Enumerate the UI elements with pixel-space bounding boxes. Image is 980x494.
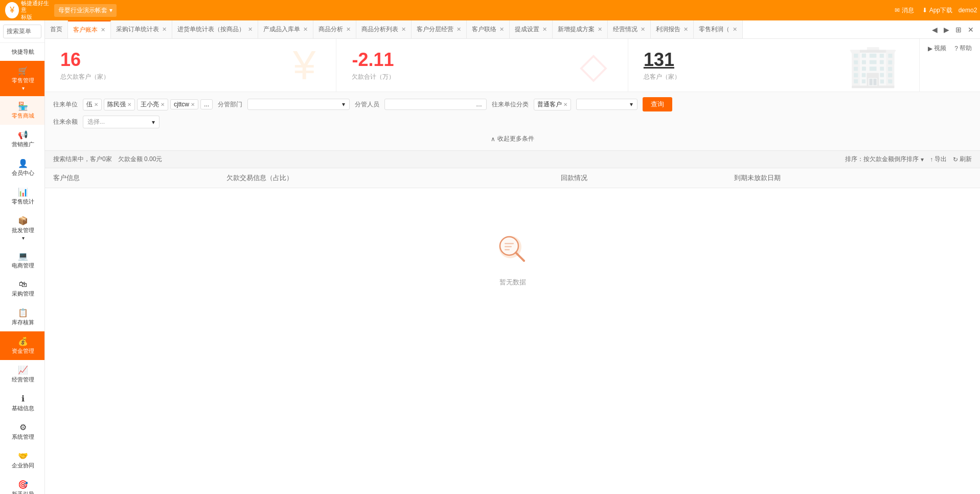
credit-customers-value: 16 (60, 49, 81, 71)
sidebar-item-base-info[interactable]: ℹ 基础信息 (0, 389, 44, 417)
tab-promotion-settings[interactable]: 提成设置 ✕ (510, 20, 553, 39)
tab-scroll-left-btn[interactable]: ◀ (930, 25, 940, 35)
chevron-down-sort: ▾ (921, 156, 924, 163)
person-filter-select[interactable]: … (384, 99, 487, 110)
results-amount: 欠款金额 0.00元 (118, 155, 163, 164)
sidebar-item-ecommerce[interactable]: 💻 电商管理 (0, 246, 44, 275)
sidebar-item-enterprise-coop[interactable]: 🤝 企业协同 (0, 446, 44, 475)
tab-close-cost[interactable]: ✕ (303, 26, 308, 33)
sidebar-item-ops[interactable]: 📈 经营管理 (0, 360, 44, 389)
app-container: ¥ 畅捷通好生意 标版 母婴行业演示帐套 ▾ ✉ 消息 ⬇ App下载 demo… (0, 0, 980, 494)
tab-new-promotion[interactable]: 新增提成方案 ✕ (553, 20, 608, 39)
dept-filter-select[interactable]: ▾ (247, 99, 350, 110)
tab-home[interactable]: 首页 (45, 20, 68, 39)
filter-tag-wang: 王小亮 ✕ (137, 99, 168, 110)
tab-close-product[interactable]: ✕ (346, 26, 351, 33)
tab-customer-contact[interactable]: 客户联络 ✕ (467, 20, 510, 39)
tag-wang-close[interactable]: ✕ (161, 102, 165, 107)
sidebar: 搜索菜单 快捷导航 🛒 零售管理 ▾ 🏪 零售商城 📢 营销推广 👤 会员中心 (0, 20, 45, 494)
collapse-row: ∧ 收起更多条件 (53, 132, 972, 145)
tab-profit-report[interactable]: 利润报告 ✕ (651, 20, 694, 39)
tab-retail-profit[interactable]: 零售利润（ ✕ (694, 20, 743, 39)
tab-close-retail[interactable]: ✕ (733, 26, 737, 33)
sidebar-item-purchase[interactable]: 🛍 采购管理 (0, 275, 44, 303)
chevron-down-icon: ▾ (109, 7, 112, 14)
tab-customer-account[interactable]: 客户账本 ✕ (68, 20, 111, 39)
tab-close-all-btn[interactable]: ✕ (966, 25, 976, 35)
unit-category-select[interactable]: ▾ (576, 99, 637, 110)
query-btn[interactable]: 查询 (643, 97, 672, 111)
tab-ops[interactable]: 经营情况 ✕ (608, 20, 651, 39)
help-btn[interactable]: ? 帮助 (954, 44, 972, 53)
sidebar-item-marketing[interactable]: 📢 营销推广 (0, 125, 44, 153)
content-area: 首页 客户账本 ✕ 采购订单统计表 ✕ 进货单统计表（按商品） ✕ 产成品入库单… (45, 20, 980, 494)
tab-close-ops[interactable]: ✕ (641, 26, 645, 33)
message-icon: ✉ (895, 7, 900, 14)
filter-area: 往来单位 伍 ✕ 陈民强 ✕ 王小亮 (45, 92, 980, 151)
refresh-icon: ↻ (953, 156, 958, 163)
tab-close-contact[interactable]: ✕ (499, 26, 504, 33)
tab-expand-btn[interactable]: ⊞ (953, 25, 964, 35)
download-icon: ⬇ (922, 7, 927, 14)
base-info-icon: ℹ (21, 394, 25, 403)
tab-purchase-order-stat[interactable]: 采购订单统计表 ✕ (111, 20, 172, 39)
sidebar-item-retail-manage[interactable]: 🛒 零售管理 ▾ (0, 61, 44, 96)
tab-close-customer-account[interactable]: ✕ (101, 27, 105, 33)
tab-customer-segment[interactable]: 客户分层经营 ✕ (412, 20, 467, 39)
sidebar-item-retail-stats[interactable]: 📊 零售统计 (0, 182, 44, 211)
unit-filter-label: 往来单位 (53, 100, 78, 109)
user-avatar-btn[interactable]: demo2 (961, 3, 975, 17)
inventory-icon: 📋 (18, 308, 28, 318)
credit-customers-label: 总欠款客户（家） (60, 73, 109, 81)
sidebar-search-btn[interactable]: 搜索菜单 (3, 25, 41, 38)
sidebar-item-finance[interactable]: 💰 资金管理 (0, 331, 44, 360)
sidebar-item-sys-manage[interactable]: ⚙ 系统管理 (0, 417, 44, 446)
table-header-repayment: 回款情况 (553, 168, 726, 188)
filter-tag-more[interactable]: ... (200, 99, 213, 109)
tag-normal-close[interactable]: ✕ (563, 102, 567, 107)
balance-filter-select[interactable]: 选择... ▾ (83, 116, 159, 128)
export-btn[interactable]: ↑ 导出 (930, 155, 947, 164)
tab-close-profit[interactable]: ✕ (683, 26, 688, 33)
filter-row-2: 往来余额 选择... ▾ (53, 116, 972, 128)
video-btn[interactable]: ▶ 视频 (928, 44, 946, 53)
logo-text: 畅捷通好生意 标版 (21, 0, 50, 20)
tag-chen-close[interactable]: ✕ (127, 102, 131, 107)
refresh-btn[interactable]: ↻ 刷新 (953, 155, 972, 164)
tab-product-analysis[interactable]: 商品分析 ✕ (313, 20, 356, 39)
empty-text: 暂无数据 (499, 278, 526, 287)
sidebar-item-wholesale[interactable]: 📦 批发管理 ▾ (0, 211, 44, 246)
sidebar-item-new-guide[interactable]: 🎯 新手引导 (0, 475, 44, 494)
video-help-area: ▶ 视频 ? 帮助 (920, 39, 980, 58)
stats-row: ¥ 16 总欠款客户（家） ◇ -2.11 欠款合计（万） 🏢 131 总客户（… (45, 39, 980, 92)
chevron-down-balance: ▾ (152, 119, 155, 126)
svg-line-2 (516, 253, 524, 261)
data-table: 客户信息 欠款交易信息（占比） 回款情况 到期未放款日期 (45, 168, 980, 188)
tab-close-inbound[interactable]: ✕ (248, 26, 253, 33)
tab-scroll-right-btn[interactable]: ▶ (942, 25, 951, 35)
sidebar-item-nav-hint[interactable]: 快捷导航 (0, 43, 44, 61)
tab-close-segment[interactable]: ✕ (457, 26, 461, 33)
tab-close-promotion[interactable]: ✕ (542, 26, 547, 33)
tag-wu-close[interactable]: ✕ (94, 102, 98, 107)
sidebar-item-inventory[interactable]: 📋 库存核算 (0, 303, 44, 331)
balance-filter-label: 往来余额 (53, 118, 78, 126)
empty-state: 暂无数据 (45, 188, 980, 328)
account-selector[interactable]: 母婴行业演示帐套 ▾ (54, 4, 117, 17)
tab-close-new-promotion[interactable]: ✕ (598, 26, 602, 33)
tab-product-analysis-list[interactable]: 商品分析列表 ✕ (356, 20, 412, 39)
sidebar-item-member-center[interactable]: 👤 会员中心 (0, 153, 44, 182)
coop-icon: 🤝 (18, 451, 28, 461)
results-bar: 搜索结果中，客户0家 欠款金额 0.00元 排序：按欠款金额倒序排序 ▾ ↑ 导… (45, 151, 980, 168)
messages-btn[interactable]: ✉ 消息 (895, 6, 914, 15)
tab-close-product-list[interactable]: ✕ (401, 26, 406, 33)
sort-select[interactable]: 排序：按欠款金额倒序排序 ▾ (845, 155, 924, 164)
tab-inbound-stat[interactable]: 进货单统计表（按商品） ✕ (172, 20, 258, 39)
tab-cost-inbound[interactable]: 产成品入库单 ✕ (258, 20, 313, 39)
tag-cjttcw-close[interactable]: ✕ (191, 102, 195, 107)
sidebar-item-retail-mall[interactable]: 🏪 零售商城 (0, 96, 44, 125)
app-download-btn[interactable]: ⬇ App下载 (922, 6, 952, 15)
tab-close-purchase[interactable]: ✕ (162, 26, 167, 33)
results-summary: 搜索结果中，客户0家 (53, 155, 112, 164)
collapse-btn[interactable]: ∧ 收起更多条件 (491, 132, 534, 145)
